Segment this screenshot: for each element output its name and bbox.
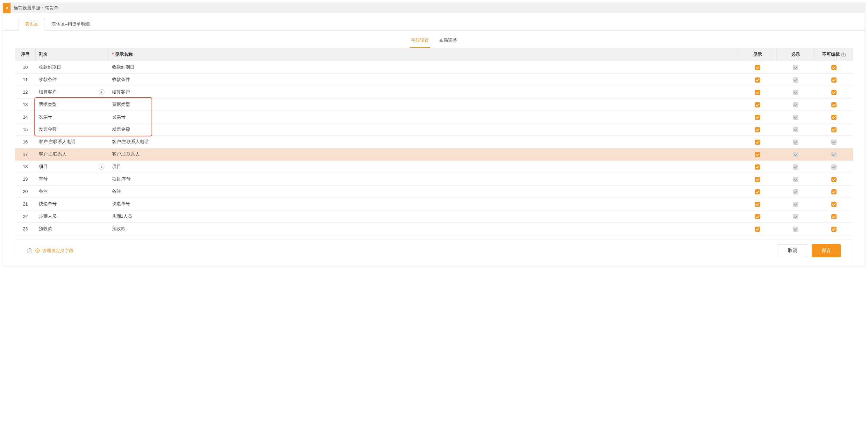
noedit-checkbox[interactable] xyxy=(831,189,836,194)
show-checkbox[interactable] xyxy=(755,115,760,120)
required-checkbox xyxy=(793,102,798,107)
show-checkbox[interactable] xyxy=(755,165,760,170)
show-checkbox[interactable] xyxy=(755,90,760,95)
show-checkbox[interactable] xyxy=(755,152,760,157)
noedit-checkbox[interactable] xyxy=(831,202,836,207)
row-display-name[interactable]: 步骤1人员 xyxy=(109,210,738,223)
noedit-checkbox[interactable] xyxy=(831,65,836,70)
noedit-checkbox[interactable] xyxy=(831,90,836,95)
row-seq: 10 xyxy=(15,61,36,74)
table-row: 15发票金额发票金额 xyxy=(15,123,853,136)
row-seq: 15 xyxy=(15,123,36,136)
noedit-checkbox[interactable] xyxy=(831,115,836,120)
col-header-display: *显示名称 xyxy=(109,48,738,61)
row-display-name[interactable]: 收款条件 xyxy=(109,74,738,86)
table-row: 22步骤人员步骤1人员 xyxy=(15,210,853,223)
row-name: 车号 xyxy=(36,173,109,185)
table-row: 14发票号发票号 xyxy=(15,111,853,123)
required-checkbox xyxy=(793,165,798,170)
sub-tab-field-settings[interactable]: 字段设置 xyxy=(410,36,430,48)
row-name: 客户.主联系人电话 xyxy=(36,136,109,148)
noedit-checkbox[interactable] xyxy=(831,214,836,219)
header-bar: 当前设置单据：销货单 xyxy=(3,3,865,13)
row-name: 预收款 xyxy=(36,223,109,235)
row-display-name[interactable]: 备注 xyxy=(109,185,738,198)
required-checkbox xyxy=(793,65,798,70)
noedit-checkbox xyxy=(831,152,836,157)
row-display-name[interactable]: 项目 xyxy=(109,161,738,173)
expand-toggle[interactable] xyxy=(3,3,10,13)
add-icon[interactable]: + xyxy=(99,89,104,95)
show-checkbox[interactable] xyxy=(755,102,760,107)
noedit-checkbox[interactable] xyxy=(831,127,836,132)
table-row: 17客户.主联系人客户.主联系人 xyxy=(15,148,853,161)
tab-body-area[interactable]: 表体区–销货单明细 xyxy=(45,18,96,31)
row-display-name[interactable]: 发票金额 xyxy=(109,123,738,136)
show-checkbox[interactable] xyxy=(755,65,760,70)
add-icon[interactable]: + xyxy=(99,164,104,170)
row-seq: 23 xyxy=(15,223,36,235)
row-display-name[interactable]: 票据类型 xyxy=(109,98,738,111)
row-display-name[interactable]: 收款到期日 xyxy=(109,61,738,74)
table-row: 18项目+项目 xyxy=(15,161,853,173)
table-row: 19车号项目.车号 xyxy=(15,173,853,185)
show-checkbox[interactable] xyxy=(755,78,760,83)
row-display-name[interactable]: 客户.主联系人电话 xyxy=(109,136,738,148)
required-checkbox xyxy=(793,214,798,219)
help-icon[interactable]: ? xyxy=(841,53,846,57)
footer-bar: ? 管理自定义字段 取消 保存 xyxy=(15,240,853,262)
sub-tabs: 字段设置 布局调整 xyxy=(3,31,865,48)
noedit-checkbox[interactable] xyxy=(831,177,836,182)
table-row: 20备注备注 xyxy=(15,185,853,198)
row-display-name[interactable]: 结算客户 xyxy=(109,86,738,98)
row-seq: 17 xyxy=(15,148,36,161)
save-button[interactable]: 保存 xyxy=(812,244,841,257)
show-checkbox[interactable] xyxy=(755,127,760,132)
question-icon[interactable]: ? xyxy=(27,248,32,253)
row-name: 收款条件 xyxy=(36,74,109,86)
col-header-noedit: 不可编辑? xyxy=(815,48,853,61)
cancel-button[interactable]: 取消 xyxy=(778,244,807,257)
footer-right: 取消 保存 xyxy=(778,244,841,257)
row-name: 收款到期日 xyxy=(36,61,109,74)
table-row: 23预收款预收款 xyxy=(15,223,853,235)
footer-left: ? 管理自定义字段 xyxy=(27,248,73,254)
row-display-name[interactable]: 客户.主联系人 xyxy=(109,148,738,161)
noedit-checkbox[interactable] xyxy=(831,227,836,232)
table-row: 11收款条件收款条件 xyxy=(15,74,853,86)
show-checkbox[interactable] xyxy=(755,202,760,207)
show-checkbox[interactable] xyxy=(755,189,760,194)
required-checkbox xyxy=(793,90,798,95)
row-display-name[interactable]: 快递单号 xyxy=(109,198,738,210)
row-seq: 16 xyxy=(15,136,36,148)
manage-custom-fields-link[interactable]: 管理自定义字段 xyxy=(42,248,73,254)
required-star-icon: * xyxy=(112,52,114,57)
row-seq: 13 xyxy=(15,98,36,111)
required-checkbox xyxy=(793,177,798,182)
table-row: 21快递单号快递单号 xyxy=(15,198,853,210)
show-checkbox[interactable] xyxy=(755,140,760,145)
header-title: 当前设置单据：销货单 xyxy=(10,5,58,11)
show-checkbox[interactable] xyxy=(755,227,760,232)
row-display-name[interactable]: 项目.车号 xyxy=(109,173,738,185)
required-checkbox xyxy=(793,227,798,232)
show-checkbox[interactable] xyxy=(755,177,760,182)
tab-header-area[interactable]: 表头区 xyxy=(18,18,45,31)
required-checkbox xyxy=(793,152,798,157)
sub-tab-layout-adjust[interactable]: 布局调整 xyxy=(438,36,458,48)
row-display-name[interactable]: 发票号 xyxy=(109,111,738,123)
fields-table: 序号 列名 *显示名称 显示 必录 不可编辑? 10收款到期日收款到期日11收款… xyxy=(15,48,853,235)
required-checkbox xyxy=(793,127,798,132)
area-tabs: 表头区 表体区–销货单明细 xyxy=(3,18,865,31)
row-seq: 22 xyxy=(15,210,36,223)
noedit-checkbox xyxy=(831,165,836,170)
noedit-checkbox[interactable] xyxy=(831,78,836,83)
row-name: 步骤人员 xyxy=(36,210,109,223)
row-display-name[interactable]: 预收款 xyxy=(109,223,738,235)
row-seq: 20 xyxy=(15,185,36,198)
row-seq: 12 xyxy=(15,86,36,98)
noedit-checkbox[interactable] xyxy=(831,102,836,107)
required-checkbox xyxy=(793,189,798,194)
show-checkbox[interactable] xyxy=(755,214,760,219)
required-checkbox xyxy=(793,115,798,120)
